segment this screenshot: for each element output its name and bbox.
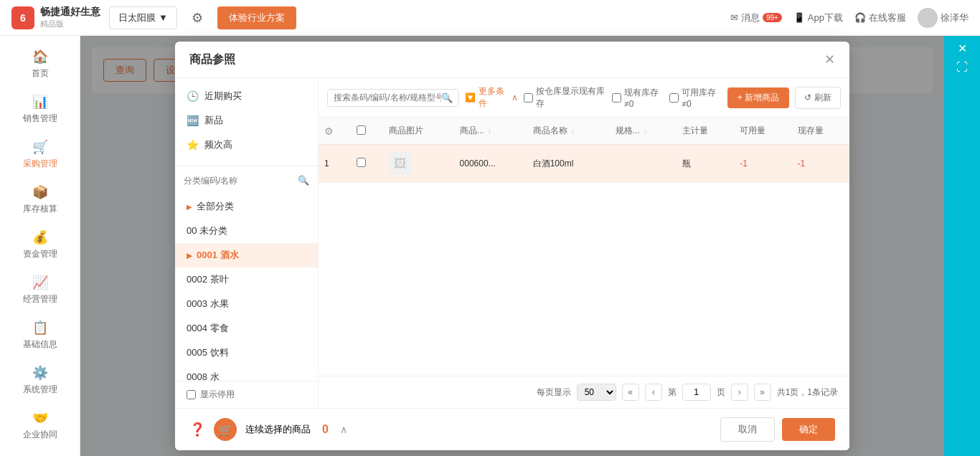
purchase-icon: 🛒 (32, 139, 48, 155)
sidebar-item-home[interactable]: 🏠 首页 (0, 42, 80, 87)
modal-header: 商品参照 ✕ (175, 42, 849, 78)
sidebar-label-collab: 企业协同 (23, 429, 57, 441)
right-panel-expand-icon[interactable]: ⛶ (956, 61, 968, 74)
warehouse-checkbox[interactable] (524, 93, 533, 103)
category-search-icon[interactable]: 🔍 (298, 175, 309, 186)
gear-icon: ⚙ (324, 125, 334, 137)
recent-item-frequent[interactable]: ⭐ 频次高 (175, 133, 318, 157)
col-available: 可用量 (734, 118, 791, 145)
table-row[interactable]: 1 🖼 000600... 白酒100ml 瓶 (319, 145, 849, 183)
sidebar-label-home: 首页 (32, 67, 49, 80)
usable-checkbox[interactable] (669, 93, 679, 103)
filter-label: 更多条件 (479, 85, 509, 110)
cat-item-0005[interactable]: 0005 饮料 (175, 341, 318, 365)
settings-icon[interactable]: ⚙ (186, 6, 209, 29)
filter-btn[interactable]: 🔽 更多条件 ∧ (465, 85, 518, 110)
sidebar-item-basic[interactable]: 📋 基础信息 (0, 313, 80, 358)
basic-icon: 📋 (32, 320, 48, 336)
warehouse-label: 按仓库显示现有库存 (536, 85, 606, 110)
cat-item-0002[interactable]: 0002 茶叶 (175, 267, 318, 292)
store-dropdown[interactable]: 日太阳膜 ▼ (109, 6, 177, 29)
trial-btn[interactable]: 体验行业方案 (217, 6, 296, 29)
product-search-input[interactable] (334, 92, 441, 103)
sidebar-item-operations[interactable]: 📈 经营管理 (0, 267, 80, 313)
cat-label-0001: 0001 酒水 (197, 249, 239, 262)
filter-up-icon: ∧ (512, 92, 518, 103)
next-page-btn[interactable]: › (731, 384, 748, 401)
online-service-item[interactable]: 🎧 在线客服 (854, 11, 906, 24)
row-unit: 瓶 (677, 145, 734, 183)
cat-item-0004[interactable]: 0004 零食 (175, 316, 318, 341)
app-download-item[interactable]: 📱 App下载 (793, 11, 843, 24)
cancel-btn[interactable]: 取消 (720, 417, 775, 442)
help-icon[interactable]: ❓ (189, 422, 205, 437)
table-header-row: ⚙ 商品图片 商品... ↕ (319, 118, 849, 145)
recent-section: 🕒 近期购买 🆕 新品 ⭐ 频次高 (175, 78, 318, 163)
sidebar: 🏠 首页 📊 销售管理 🛒 采购管理 📦 库存核算 💰 资金管理 📈 经营管理 … (0, 36, 80, 456)
page-label: 第 (668, 386, 677, 399)
footer-left: ❓ 🛒 连续选择的商品 0 ∧ (189, 418, 347, 441)
add-product-btn[interactable]: + 新增商品 (727, 87, 789, 108)
sidebar-label-purchase: 采购管理 (23, 158, 57, 170)
cat-item-00[interactable]: 00 未分类 (175, 219, 318, 243)
cat-item-all[interactable]: ▶ 全部分类 (175, 194, 318, 219)
col-code[interactable]: 商品... ↕ (454, 118, 527, 145)
available-checkbox[interactable] (612, 93, 621, 103)
col-spec[interactable]: 规格... ↕ (610, 118, 677, 145)
search-submit-icon[interactable]: 🔍 (441, 92, 453, 103)
cat-label-0005: 0005 饮料 (187, 346, 229, 359)
last-page-btn[interactable]: » (754, 384, 771, 401)
confirm-btn[interactable]: 确定 (782, 418, 835, 441)
cat-label-0004: 0004 零食 (187, 322, 229, 335)
sidebar-item-inventory[interactable]: 📦 库存核算 (0, 177, 80, 222)
sidebar-item-finance[interactable]: 💰 资金管理 (0, 222, 80, 267)
notification-label: 消息 (741, 11, 760, 24)
recent-item-new[interactable]: 🆕 新品 (175, 108, 318, 133)
row-name: 白酒100ml (527, 145, 610, 183)
right-panel-close-icon[interactable]: ✕ (958, 42, 967, 55)
select-all-checkbox[interactable] (357, 125, 366, 135)
modal-close-btn[interactable]: ✕ (824, 52, 835, 67)
col-settings[interactable]: ⚙ (319, 118, 351, 145)
modal-footer: ❓ 🛒 连续选择的商品 0 ∧ 取消 确定 (175, 408, 849, 450)
warehouse-filter: 按仓库显示现有库存 (524, 85, 606, 110)
sort-name-icon: ↕ (571, 127, 575, 135)
user-item[interactable]: 徐泽华 (918, 8, 969, 28)
prev-page-btn[interactable]: ‹ (645, 384, 662, 401)
sort-spec-icon: ↕ (644, 127, 647, 135)
product-table-container: ⚙ 商品图片 商品... ↕ (319, 118, 849, 376)
cat-item-0001[interactable]: ▶ 0001 酒水 (175, 243, 318, 267)
category-search-input[interactable] (184, 176, 292, 186)
avatar (918, 8, 938, 28)
modal-overlay: 商品参照 ✕ 🕒 近期购买 🆕 (80, 36, 944, 456)
row-code: 000600... (454, 145, 527, 183)
cat-item-0008[interactable]: 0008 水 (175, 365, 318, 381)
sidebar-item-purchase[interactable]: 🛒 采购管理 (0, 132, 80, 177)
notification-item[interactable]: ✉ 消息 99+ (730, 11, 782, 24)
sidebar-item-system[interactable]: ⚙️ 系统管理 (0, 358, 80, 403)
first-page-btn[interactable]: « (622, 384, 639, 401)
page-input[interactable] (682, 384, 711, 401)
dropdown-arrow-icon: ▼ (159, 12, 168, 23)
sidebar-item-guide[interactable]: 🎯 新手引导 (0, 448, 80, 456)
brand-info: 畅捷通好生意 精品版 (40, 6, 100, 29)
main-layout: 🏠 首页 📊 销售管理 🛒 采购管理 📦 库存核算 💰 资金管理 📈 经营管理 … (0, 36, 980, 456)
page-size-select[interactable]: 50 20 100 (577, 384, 616, 401)
notification-badge: 99+ (763, 13, 782, 22)
col-name[interactable]: 商品名称 ↕ (527, 118, 610, 145)
top-nav: 6 畅捷通好生意 精品版 日太阳膜 ▼ ⚙ 体验行业方案 ✉ 消息 99+ 📱 … (0, 0, 980, 36)
col-unit[interactable]: 主计量 (677, 118, 734, 145)
cart-btn[interactable]: 🛒 (214, 418, 237, 441)
sidebar-item-sales[interactable]: 📊 销售管理 (0, 87, 80, 132)
display-disabled-checkbox[interactable] (187, 390, 196, 399)
recent-item-purchase[interactable]: 🕒 近期购买 (175, 84, 318, 108)
refresh-btn[interactable]: ↺ 刷新 (795, 87, 841, 109)
nav-right: ✉ 消息 99+ 📱 App下载 🎧 在线客服 徐泽华 (730, 8, 969, 28)
sidebar-label-sales: 销售管理 (23, 113, 57, 125)
sidebar-item-collab[interactable]: 🤝 企业协同 (0, 403, 80, 448)
cat-item-0003[interactable]: 0003 水果 (175, 292, 318, 316)
col-checkbox (351, 118, 383, 145)
collapse-arrow-icon[interactable]: ∧ (340, 424, 347, 435)
online-service-label: 在线客服 (869, 11, 906, 24)
row-select-checkbox[interactable] (357, 158, 366, 167)
